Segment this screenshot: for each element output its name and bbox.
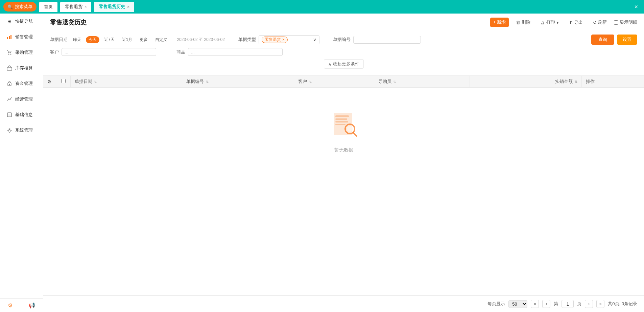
sidebar: ⊞ 快捷导航 销售管理 采购管理 库存核算 [0, 14, 43, 312]
sidebar-item-system-label: 系统管理 [15, 127, 33, 133]
tab-retail-return[interactable]: 零售退货 × [60, 2, 91, 12]
total-label: 共0页, 0条记录 [608, 301, 637, 307]
settings-button[interactable]: 设置 [617, 35, 637, 45]
refresh-button-label: 刷新 [598, 19, 607, 25]
page-header: 零售退货历史 + 新增 🗑 删除 🖨 打印 ▾ ⬆ [43, 14, 644, 76]
col-date[interactable]: 单据日期 ⇅ [70, 76, 182, 88]
collapse-button[interactable]: ∧ 收起更多条件 [324, 59, 364, 69]
date-7days[interactable]: 近7天 [101, 36, 117, 43]
type-tag: 零售退货 × [262, 37, 288, 43]
customer-input[interactable]: ... [62, 48, 156, 56]
page-unit: 页 [577, 301, 581, 307]
quick-nav-icon: ⊞ [6, 18, 13, 24]
tab-home[interactable]: 首页 [39, 2, 57, 12]
sidebar-item-sales-label: 销售管理 [15, 34, 33, 40]
tab-retail-return-close[interactable]: × [85, 5, 87, 9]
sidebar-item-operations[interactable]: 经营管理 [0, 91, 43, 107]
date-more[interactable]: 更多 [137, 36, 150, 43]
tab-retail-return-history[interactable]: 零售退货历史 × [94, 2, 134, 12]
date-filters: 昨天 今天 近7天 近1月 更多 自定义 [70, 36, 170, 43]
sidebar-item-quick-nav[interactable]: ⊞ 快捷导航 [0, 14, 43, 29]
page-label: 第 [554, 301, 558, 307]
print-button[interactable]: 🖨 打印 ▾ [538, 18, 562, 27]
sidebar-settings-btn[interactable]: ⚙ [8, 302, 13, 309]
col-number-label: 单据编号 [186, 79, 204, 84]
page-size-select[interactable]: 50 10 20 100 [508, 300, 527, 308]
svg-rect-14 [335, 118, 347, 120]
settings-button-label: 设置 [623, 37, 631, 43]
sidebar-item-finance-label: 资金管理 [15, 81, 33, 87]
show-detail-checkbox[interactable]: 显示明细 [614, 19, 637, 25]
tab-retail-return-history-close[interactable]: × [127, 5, 129, 9]
col-action: 操作 [582, 76, 644, 88]
page-input[interactable] [562, 300, 574, 308]
date-1month[interactable]: 近1月 [119, 36, 135, 43]
sidebar-item-system[interactable]: 系统管理 [0, 122, 43, 138]
date-yesterday[interactable]: 昨天 [70, 36, 84, 43]
sidebar-item-purchase-label: 采购管理 [15, 49, 33, 55]
next-page-btn[interactable]: › [585, 300, 593, 308]
goods-input[interactable]: ... [188, 48, 283, 56]
date-today[interactable]: 今天 [86, 36, 99, 43]
svg-point-11 [9, 130, 10, 131]
delete-button-label: 删除 [522, 19, 530, 25]
pagination-bar: 每页显示 50 10 20 100 « ‹ 第 页 › » 共0页, 0条记录 [43, 295, 644, 312]
svg-point-3 [8, 54, 9, 55]
type-select[interactable]: 零售退货 × ∨ [259, 35, 319, 44]
sidebar-item-finance[interactable]: 资金管理 [0, 76, 43, 91]
search-menu-button[interactable]: 🔍 搜索菜单 [3, 2, 37, 12]
show-detail-input[interactable] [614, 20, 618, 25]
last-page-btn[interactable]: » [596, 300, 604, 308]
query-button-label: 查询 [598, 37, 607, 43]
print-arrow-icon: ▾ [556, 20, 559, 25]
sidebar-item-inventory-label: 库存核算 [15, 65, 33, 71]
svg-point-4 [10, 54, 11, 55]
type-tag-close[interactable]: × [282, 37, 285, 42]
sidebar-sound-btn[interactable]: 📢 [28, 302, 35, 309]
inventory-icon [6, 65, 13, 71]
col-date-sort: ⇅ [94, 80, 97, 84]
query-button[interactable]: 查询 [591, 35, 614, 45]
sidebar-item-inventory[interactable]: 库存核算 [0, 60, 43, 76]
delete-icon: 🗑 [516, 20, 520, 25]
refresh-button[interactable]: ↺ 刷新 [590, 18, 610, 27]
sidebar-item-sales[interactable]: 销售管理 [0, 29, 43, 45]
col-amount-sort: ⇅ [575, 80, 577, 84]
number-input[interactable] [353, 36, 421, 44]
export-button[interactable]: ⬆ 导出 [566, 18, 586, 27]
sidebar-bottom: ⚙ 📢 [0, 298, 43, 312]
svg-rect-16 [335, 124, 345, 125]
select-all-checkbox[interactable] [61, 79, 66, 83]
type-label: 单据类型 [238, 37, 256, 43]
first-page-btn[interactable]: « [531, 300, 539, 308]
delete-button[interactable]: 🗑 删除 [513, 18, 533, 27]
col-customer[interactable]: 客户 ⇅ [294, 76, 374, 88]
col-action-label: 操作 [586, 79, 595, 84]
col-number[interactable]: 单据编号 ⇅ [182, 76, 294, 88]
col-check[interactable] [57, 76, 70, 88]
tab-home-label: 首页 [44, 4, 53, 10]
empty-state: 暂无数据 [43, 88, 644, 174]
goods-label: 商品 [176, 49, 185, 55]
prev-page-btn[interactable]: ‹ [542, 300, 550, 308]
finance-icon [6, 81, 13, 87]
page-title: 零售退货历史 [50, 18, 87, 26]
sidebar-item-quick-nav-label: 快捷导航 [15, 18, 33, 24]
col-setting[interactable]: ⚙ [43, 76, 57, 88]
date-custom[interactable]: 自定义 [152, 36, 170, 43]
operations-icon [6, 96, 13, 102]
customer-label: 客户 [50, 49, 59, 55]
tab-retail-return-label: 零售退货 [65, 4, 82, 10]
filter-area: 单据日期 昨天 今天 近7天 近1月 更多 自定义 2023-06-02 至 2… [50, 31, 637, 72]
date-label: 单据日期 [50, 37, 68, 43]
svg-point-7 [9, 84, 10, 85]
new-button-label: + 新增 [493, 19, 506, 25]
search-menu-label: 搜索菜单 [15, 4, 32, 10]
sidebar-item-basic-info[interactable]: 基础信息 [0, 107, 43, 122]
new-button[interactable]: + 新增 [490, 18, 509, 27]
purchase-icon [6, 49, 13, 55]
sidebar-item-purchase[interactable]: 采购管理 [0, 45, 43, 60]
col-amount[interactable]: 实销金额 ⇅ [470, 76, 582, 88]
col-guide[interactable]: 导购员 ⇅ [374, 76, 470, 88]
window-close-button[interactable]: × [631, 3, 641, 10]
